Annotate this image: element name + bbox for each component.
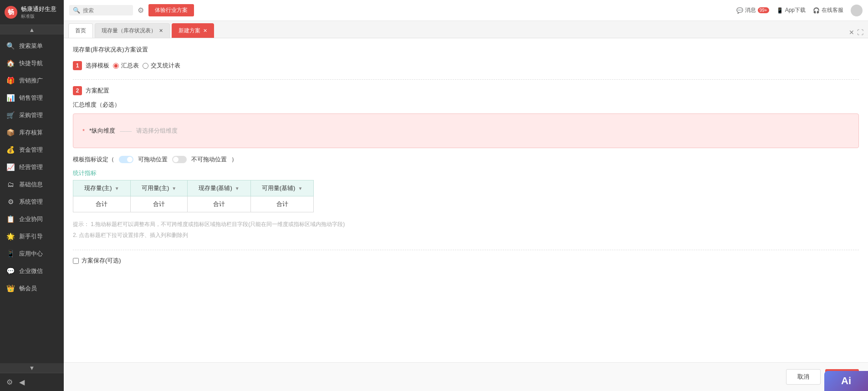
sidebar-item-wechat[interactable]: 💬 企业微信	[0, 262, 64, 280]
sidebar-item-base[interactable]: 🗂 基础信息	[0, 176, 64, 193]
save-checkbox[interactable]	[73, 258, 79, 264]
aggregation-label: 汇总维度（必选）	[73, 101, 859, 109]
page-title: 现存量(库存状况表)方案设置	[73, 46, 859, 54]
tab-close-inventory[interactable]: ✕	[159, 28, 163, 34]
sidebar-item-label: 采购管理	[19, 111, 43, 119]
sidebar: 畅 畅康通好生意 标准版 ▲ 🔍 搜索菜单 🏠 快捷导航 🎁 营销推广 📊 销售…	[0, 0, 64, 391]
topbar-right: 💬 消息 99+ 📱 App下载 🎧 在线客服	[736, 5, 863, 16]
cart-icon: 🛒	[6, 111, 15, 119]
tab-expand-icon[interactable]: ⛶	[857, 29, 863, 36]
sidebar-item-apps[interactable]: 📱 应用中心	[0, 245, 64, 262]
col-cell-1: 合计	[73, 196, 131, 212]
section-config: 2 方案配置 汇总维度（必选） * *纵向维度 —— 请选择分组维度 模板指标设…	[73, 86, 859, 241]
sidebar-item-label: 快捷导航	[19, 59, 43, 67]
col-header-1[interactable]: 现存量(主) ▼	[73, 180, 131, 196]
draggable-toggle[interactable]	[119, 156, 133, 163]
chat-icon: 💬	[6, 267, 15, 275]
topbar-gear-icon[interactable]: ⚙	[138, 6, 144, 15]
sidebar-item-label: 销售管理	[19, 94, 43, 102]
app-download-item[interactable]: 📱 App下载	[776, 6, 806, 14]
radio-summary-label: 汇总表	[121, 62, 139, 70]
tab-close-icon[interactable]: ✕	[849, 29, 854, 36]
col-cell-3: 合计	[188, 196, 251, 212]
required-star: *	[82, 128, 85, 134]
col-header-3[interactable]: 现存量(基辅) ▼	[188, 180, 251, 196]
non-draggable-label: 不可拖动位置	[191, 155, 227, 164]
col-header-2[interactable]: 可用量(主) ▼	[130, 180, 188, 196]
sidebar-item-label: 营销推广	[19, 77, 43, 85]
tab-new-scheme[interactable]: 新建方案 ✕	[172, 23, 214, 38]
try-industry-button[interactable]: 体验行业方案	[148, 4, 194, 16]
app-logo-text: 畅康通好生意 标准版	[21, 5, 56, 19]
sidebar-item-marketing[interactable]: 🎁 营销推广	[0, 72, 64, 89]
sidebar-item-guide[interactable]: 🌟 新手引导	[0, 228, 64, 245]
collapse-icon[interactable]: ◀	[19, 378, 25, 386]
settings-icon[interactable]: ⚙	[6, 378, 13, 386]
online-service-item[interactable]: 🎧 在线客服	[813, 6, 843, 14]
sidebar-logo: 畅 畅康通好生意 标准版	[0, 0, 64, 25]
toggle-dot	[127, 157, 133, 162]
toggle-dot-2	[173, 157, 179, 162]
crown-icon: 👑	[6, 284, 15, 293]
radio-summary[interactable]: 汇总表	[113, 62, 139, 70]
tab-home[interactable]: 首页	[68, 23, 93, 38]
radio-cross[interactable]: 交叉统计表	[143, 62, 180, 70]
sidebar-item-inventory[interactable]: 📦 库存核算	[0, 124, 64, 141]
save-option[interactable]: 方案保存(可选)	[73, 257, 859, 265]
message-count-badge: 99+	[758, 7, 769, 13]
search-icon: 🔍	[73, 7, 80, 14]
indicator-end: ）	[231, 155, 237, 164]
topbar: 🔍 ⚙ 体验行业方案 💬 消息 99+ 📱 App下载 🎧 在线客服	[64, 0, 868, 21]
sidebar-item-system[interactable]: ⚙ 系统管理	[0, 193, 64, 211]
chart-icon: 📊	[6, 94, 15, 102]
sidebar-item-label: 畅会员	[19, 284, 37, 293]
sidebar-scroll-up[interactable]: ▲	[0, 25, 64, 35]
online-service-label: 在线客服	[822, 6, 843, 14]
tabbar: 首页 现存量（库存状况表） ✕ 新建方案 ✕ ✕ ⛶	[64, 21, 868, 38]
message-icon: 💬	[736, 7, 743, 14]
search-icon: 🔍	[6, 42, 15, 50]
col-cell-4: 合计	[250, 196, 314, 212]
sidebar-scroll-down[interactable]: ▼	[0, 363, 64, 373]
sidebar-item-member[interactable]: 👑 畅会员	[0, 280, 64, 297]
sidebar-item-corp[interactable]: 📋 企业协同	[0, 211, 64, 228]
vertical-dim-label: *纵向维度	[89, 127, 115, 135]
divider-1	[73, 79, 859, 80]
sidebar-item-label: 搜索菜单	[19, 42, 43, 50]
required-dimension-area[interactable]: * *纵向维度 —— 请选择分组维度	[73, 113, 859, 148]
non-draggable-toggle[interactable]	[172, 156, 187, 163]
sidebar-item-label: 系统管理	[19, 198, 43, 206]
divider-2	[73, 250, 859, 250]
col-header-4[interactable]: 可用量(基辅) ▼	[250, 180, 314, 196]
section-template: 1 选择模板 汇总表 交叉统计表	[73, 61, 859, 70]
user-avatar[interactable]	[851, 5, 863, 16]
section2-header: 2 方案配置	[73, 86, 859, 95]
clipboard-icon: 📋	[6, 215, 15, 223]
stats-table: 现存量(主) ▼ 可用量(主) ▼ 现存量(基辅	[73, 180, 314, 212]
main-area: 🔍 ⚙ 体验行业方案 💬 消息 99+ 📱 App下载 🎧 在线客服 首页	[64, 0, 868, 391]
sidebar-item-sales[interactable]: 📊 销售管理	[0, 89, 64, 107]
cancel-button[interactable]: 取消	[786, 369, 821, 385]
topbar-search-box[interactable]: 🔍	[69, 5, 133, 15]
star-icon: 🌟	[6, 232, 15, 241]
sidebar-item-finance[interactable]: 💰 资金管理	[0, 141, 64, 159]
app-download-label: App下载	[785, 6, 806, 14]
tab-inventory-status[interactable]: 现存量（库存状况表） ✕	[95, 23, 170, 38]
sidebar-item-operation[interactable]: 📈 经营管理	[0, 159, 64, 176]
sidebar-item-label: 应用中心	[19, 250, 43, 258]
search-input[interactable]	[83, 7, 128, 14]
ai-button[interactable]: Ai	[824, 371, 868, 391]
chevron-down-icon: ▼	[235, 186, 240, 191]
section2-number: 2	[73, 86, 82, 95]
tab-close-new-scheme[interactable]: ✕	[203, 28, 207, 34]
message-badge-item[interactable]: 💬 消息 99+	[736, 6, 769, 14]
gift-icon: 🎁	[6, 77, 15, 85]
sidebar-item-purchase[interactable]: 🛒 采购管理	[0, 107, 64, 124]
sidebar-bottom: ⚙ ◀	[0, 373, 64, 391]
sidebar-item-nav[interactable]: 🏠 快捷导航	[0, 55, 64, 72]
radio-cross-label: 交叉统计表	[151, 62, 180, 70]
sidebar-item-label: 库存核算	[19, 129, 43, 137]
tips-area: 提示： 1.拖动标题栏可以调整布局，不可跨维度或指标区域拖动栏目字段(只能在同一…	[73, 219, 859, 241]
sidebar-item-search[interactable]: 🔍 搜索菜单	[0, 37, 64, 55]
tab-controls: ✕ ⛶	[849, 29, 863, 38]
